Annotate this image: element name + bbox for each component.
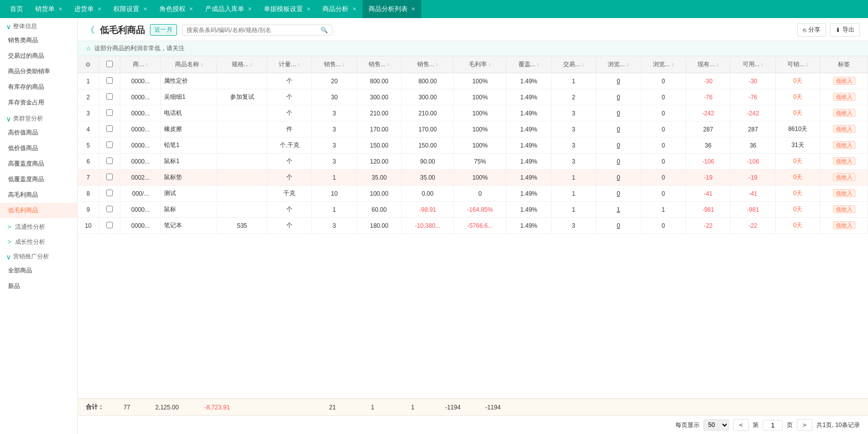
row-views1[interactable]: 0 bbox=[596, 170, 641, 186]
row-select-checkbox[interactable] bbox=[106, 190, 113, 196]
close-roles-icon[interactable]: × bbox=[189, 5, 193, 13]
close-sales-icon[interactable]: × bbox=[59, 5, 63, 13]
close-analysis-icon[interactable]: × bbox=[353, 5, 357, 13]
col-views1[interactable]: 浏览... bbox=[596, 56, 641, 73]
row-views1[interactable]: 0 bbox=[596, 186, 641, 202]
views1-link[interactable]: 0 bbox=[617, 174, 620, 181]
col-sales-price[interactable]: 销售... bbox=[357, 56, 401, 73]
views1-link[interactable]: 0 bbox=[617, 94, 620, 101]
select-all-checkbox[interactable] bbox=[106, 61, 113, 67]
row-views1[interactable]: 1 bbox=[596, 202, 641, 218]
row-views1[interactable]: 0 bbox=[596, 73, 641, 89]
views1-link[interactable]: 0 bbox=[617, 78, 620, 85]
nav-product-analysis[interactable]: 商品分析 × bbox=[316, 0, 362, 18]
row-select-checkbox[interactable] bbox=[106, 77, 113, 84]
col-checkbox[interactable] bbox=[99, 56, 120, 73]
views1-link[interactable]: 0 bbox=[617, 110, 620, 117]
sidebar-item-category-rate[interactable]: 商品分类助销率 bbox=[0, 64, 77, 79]
row-checkbox[interactable] bbox=[99, 137, 120, 154]
sidebar-item-traded-products[interactable]: 交易过的商品 bbox=[0, 48, 77, 64]
export-button[interactable]: ⬇ 导出 bbox=[830, 23, 860, 37]
row-checkbox[interactable] bbox=[99, 121, 120, 137]
row-select-checkbox[interactable] bbox=[106, 222, 113, 228]
row-views1[interactable]: 0 bbox=[596, 154, 641, 170]
col-code[interactable]: 商... bbox=[120, 56, 161, 73]
row-select-checkbox[interactable] bbox=[106, 125, 113, 132]
collapse-cluster-icon[interactable]: ∨ bbox=[6, 115, 11, 123]
search-input[interactable] bbox=[187, 27, 320, 34]
views1-link[interactable]: 0 bbox=[617, 142, 620, 149]
date-badge[interactable]: 近一月 bbox=[150, 24, 177, 36]
nav-permissions[interactable]: 权限设置 × bbox=[107, 0, 153, 18]
col-sales-qty[interactable]: 销售... bbox=[312, 56, 357, 73]
sidebar-item-stock-capital[interactable]: 库存资金占用 bbox=[0, 95, 77, 110]
sidebar-item-in-stock[interactable]: 有库存的商品 bbox=[0, 79, 77, 95]
row-views1[interactable]: 0 bbox=[596, 218, 641, 234]
search-icon[interactable]: 🔍 bbox=[320, 27, 328, 34]
close-permissions-icon[interactable]: × bbox=[143, 5, 147, 13]
row-select-checkbox[interactable] bbox=[106, 158, 113, 164]
col-current-stock[interactable]: 现有... bbox=[685, 56, 730, 73]
sidebar-toggle-icon[interactable]: 《 bbox=[86, 24, 95, 36]
sidebar-item-high-coverage[interactable]: 高覆盖度商品 bbox=[0, 156, 77, 172]
per-page-select[interactable]: 50 100 200 bbox=[704, 419, 729, 430]
row-checkbox[interactable] bbox=[99, 218, 120, 234]
col-trade-count[interactable]: 交易... bbox=[551, 56, 596, 73]
row-views1[interactable]: 0 bbox=[596, 89, 641, 105]
nav-product-analysis-list[interactable]: 商品分析列表 × bbox=[363, 0, 421, 18]
col-settings[interactable]: ⚙ bbox=[78, 56, 99, 73]
views1-link[interactable]: 0 bbox=[617, 126, 620, 133]
sidebar-item-high-value[interactable]: 高价值商品 bbox=[0, 125, 77, 140]
row-checkbox[interactable] bbox=[99, 202, 120, 218]
col-spec[interactable]: 规格... bbox=[217, 56, 267, 73]
row-select-checkbox[interactable] bbox=[106, 109, 113, 116]
row-select-checkbox[interactable] bbox=[106, 174, 113, 180]
views1-link[interactable]: 0 bbox=[617, 158, 620, 165]
close-analysis-list-icon[interactable]: × bbox=[411, 5, 415, 13]
nav-roles[interactable]: 角色授权 × bbox=[153, 0, 199, 18]
nav-purchase[interactable]: 进货单 × bbox=[68, 0, 107, 18]
row-select-checkbox[interactable] bbox=[106, 141, 113, 148]
table-container[interactable]: ⚙ 商... 商品名称 规格... 计量... 销售... 销售... 销售..… bbox=[78, 56, 868, 398]
col-name[interactable]: 商品名称 bbox=[161, 56, 217, 73]
close-templates-icon[interactable]: × bbox=[307, 5, 311, 13]
collapse-overall-icon[interactable]: ∨ bbox=[6, 23, 11, 31]
row-select-checkbox[interactable] bbox=[106, 206, 113, 212]
row-views1[interactable]: 0 bbox=[596, 137, 641, 154]
close-warehouse-icon[interactable]: × bbox=[248, 5, 252, 13]
next-page-button[interactable]: ＞ bbox=[797, 419, 812, 431]
row-checkbox[interactable] bbox=[99, 105, 120, 121]
row-checkbox[interactable] bbox=[99, 186, 120, 202]
row-views1[interactable]: 0 bbox=[596, 121, 641, 137]
sidebar-item-all-products[interactable]: 全部商品 bbox=[0, 263, 77, 278]
col-views2[interactable]: 浏览... bbox=[641, 56, 685, 73]
sidebar-item-new-products[interactable]: 新品 bbox=[0, 278, 77, 294]
views1-link[interactable]: 0 bbox=[617, 190, 620, 197]
row-checkbox[interactable] bbox=[99, 73, 120, 89]
page-input[interactable] bbox=[763, 420, 783, 430]
sidebar-item-low-coverage[interactable]: 低覆盖度商品 bbox=[0, 172, 77, 187]
col-available[interactable]: 可用... bbox=[731, 56, 775, 73]
sidebar-item-low-margin[interactable]: 低毛利商品 bbox=[0, 203, 77, 218]
prev-page-button[interactable]: ＜ bbox=[733, 419, 749, 431]
col-margin-rate[interactable]: 毛利率 bbox=[454, 56, 506, 73]
collapse-growth-icon[interactable]: ＞ bbox=[6, 237, 13, 246]
settings-icon[interactable]: ⚙ bbox=[85, 61, 91, 68]
row-select-checkbox[interactable] bbox=[106, 93, 113, 100]
nav-templates[interactable]: 单据模板设置 × bbox=[258, 0, 316, 18]
row-views1[interactable]: 0 bbox=[596, 105, 641, 121]
sidebar-item-high-margin[interactable]: 高毛利商品 bbox=[0, 187, 77, 203]
row-checkbox[interactable] bbox=[99, 89, 120, 105]
share-button[interactable]: ⎋ 分享 bbox=[797, 23, 826, 37]
close-purchase-icon[interactable]: × bbox=[98, 5, 102, 13]
col-sales-profit[interactable]: 销售... bbox=[402, 56, 454, 73]
row-checkbox[interactable] bbox=[99, 170, 120, 186]
sidebar-item-sales-products[interactable]: 销售类商品 bbox=[0, 33, 77, 48]
nav-warehouse[interactable]: 产成品入库单 × bbox=[199, 0, 258, 18]
col-unit[interactable]: 计量... bbox=[267, 56, 312, 73]
collapse-marketing-icon[interactable]: ∨ bbox=[6, 253, 11, 261]
nav-sales[interactable]: 销货单 × bbox=[29, 0, 68, 18]
collapse-flow-icon[interactable]: ＞ bbox=[6, 222, 13, 231]
views1-link[interactable]: 0 bbox=[617, 222, 620, 229]
col-sellable-days[interactable]: 可销... bbox=[775, 56, 820, 73]
